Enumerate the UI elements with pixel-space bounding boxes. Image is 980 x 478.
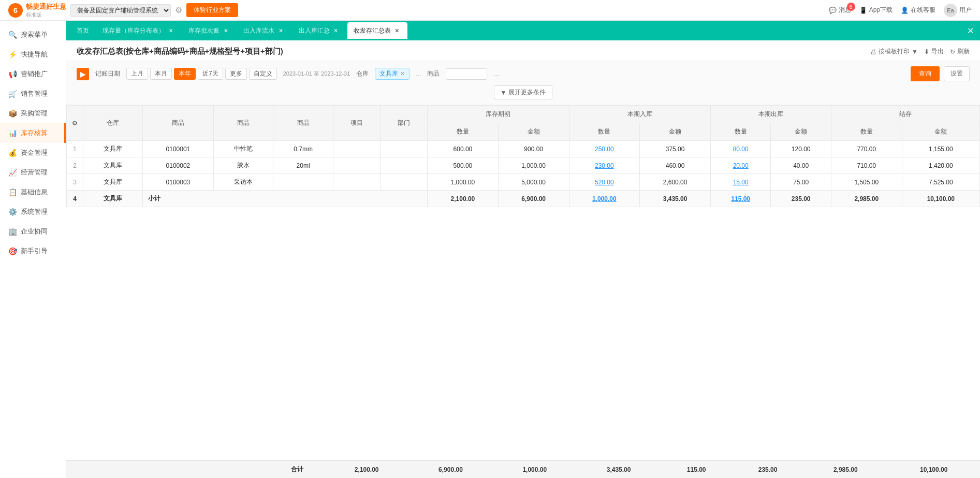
subtotal-out-qty[interactable]: 115.00 bbox=[710, 191, 771, 207]
tab-bar-close-all[interactable]: ✕ bbox=[965, 26, 976, 36]
sidebar-item-inventory[interactable]: 📊 库存核算 bbox=[0, 123, 66, 143]
row1-opening-qty: 600.00 bbox=[428, 141, 499, 157]
th-project: 项目 bbox=[333, 106, 381, 141]
page-actions: 🖨 按模板打印 ▼ ⬇ 导出 ↻ 刷新 bbox=[870, 47, 970, 56]
subtotal-in-qty[interactable]: 1,000.00 bbox=[569, 191, 640, 207]
row2-out-qty[interactable]: 20.00 bbox=[710, 157, 771, 174]
settings-icon[interactable]: ⚙ bbox=[175, 5, 182, 15]
row2-balance-qty: 710.00 bbox=[831, 157, 902, 174]
settings-button[interactable]: 设置 bbox=[944, 66, 970, 81]
tab-inout-flow-label: 出入库流水 bbox=[243, 26, 274, 35]
sidebar-item-finance[interactable]: 💰 资金管理 bbox=[0, 143, 66, 163]
row3-product-spec bbox=[273, 174, 333, 191]
online-service-item[interactable]: 👤 在线客服 bbox=[901, 6, 935, 15]
system-selector[interactable]: 装备及固定资产辅助管理系统 bbox=[70, 4, 171, 17]
print-button[interactable]: 🖨 按模板打印 ▼ bbox=[870, 47, 918, 56]
tab-inout-flow-close[interactable]: × bbox=[276, 26, 285, 35]
sidebar-item-marketing[interactable]: 📢 营销推广 bbox=[0, 64, 66, 84]
search-icon: 🔍 bbox=[8, 31, 17, 39]
tab-inout-summary-close[interactable]: × bbox=[332, 26, 340, 35]
tab-home-label: 首页 bbox=[77, 26, 89, 35]
row3-product-code: 0100003 bbox=[143, 174, 214, 191]
tab-stock-dist-label: 现存量（库存分布表） bbox=[103, 26, 165, 35]
date-buttons: 上月 本月 本年 近7天 更多 自定义 bbox=[126, 68, 277, 80]
sidebar-item-operations[interactable]: 📈 经营管理 bbox=[0, 163, 66, 182]
date-btn-custom[interactable]: 自定义 bbox=[249, 68, 277, 80]
content-area: 首页 现存量（库存分布表） × 库存批次账 × 出入库流水 × 出入库汇总 × … bbox=[66, 21, 980, 478]
table-container: ⚙ 仓库 商品 商品 商品 项目 部门 库存期初 本期入库 本期出库 结存 bbox=[66, 105, 980, 207]
row2-in-qty[interactable]: 230.00 bbox=[569, 157, 640, 174]
sidebar-label-quick-nav: 快捷导航 bbox=[21, 50, 48, 59]
row3-out-qty[interactable]: 15.00 bbox=[710, 174, 771, 191]
tab-batch-ledger[interactable]: 库存批次账 × bbox=[182, 22, 236, 39]
tab-inout-flow[interactable]: 出入库流水 × bbox=[237, 22, 291, 39]
date-btn-7days[interactable]: 近7天 bbox=[198, 68, 223, 80]
tab-home[interactable]: 首页 bbox=[70, 22, 95, 39]
sidebar-item-basic-info[interactable]: 📋 基础信息 bbox=[0, 182, 66, 202]
total-table: 合计 2,100.00 6,900.00 1,000.00 3,435.00 1… bbox=[66, 461, 980, 478]
sidebar-item-sales[interactable]: 🛒 销售管理 bbox=[0, 84, 66, 104]
row3-num: 3 bbox=[67, 174, 83, 191]
sidebar-item-quick-nav[interactable]: ⚡ 快捷导航 bbox=[0, 45, 66, 64]
total-out-amt: 235.00 bbox=[732, 461, 803, 478]
date-label: 记账日期 bbox=[95, 69, 120, 78]
row3-balance-amt: 7,525.00 bbox=[902, 174, 979, 191]
product-more[interactable]: ... bbox=[493, 70, 499, 78]
tab-inout-summary[interactable]: 出入库汇总 × bbox=[292, 22, 346, 39]
sidebar-item-enterprise[interactable]: 🏢 企业协同 bbox=[0, 222, 66, 241]
sidebar-label-sales: 销售管理 bbox=[21, 89, 48, 98]
row3-in-qty[interactable]: 520.00 bbox=[569, 174, 640, 191]
row1-out-qty[interactable]: 80.00 bbox=[710, 141, 771, 157]
user-item[interactable]: Ea 用户 bbox=[944, 4, 972, 17]
subtotal-out-amt: 235.00 bbox=[771, 191, 831, 207]
marketing-icon: 📢 bbox=[8, 70, 17, 78]
query-button[interactable]: 查询 bbox=[911, 66, 940, 81]
th-balance-qty: 数量 bbox=[831, 123, 902, 141]
row1-in-qty[interactable]: 250.00 bbox=[569, 141, 640, 157]
date-btn-this-month[interactable]: 本月 bbox=[150, 68, 172, 80]
expand-icon: ▼ bbox=[501, 89, 507, 96]
sidebar-label-finance: 资金管理 bbox=[21, 148, 48, 157]
page-title: 收发存汇总表(按仓库+商品编码+商品+规格型号+项目+部门) bbox=[77, 47, 283, 56]
product-input[interactable] bbox=[446, 68, 487, 80]
tab-stock-dist[interactable]: 现存量（库存分布表） × bbox=[96, 22, 181, 39]
warehouse-tag-remove[interactable]: ✕ bbox=[400, 70, 405, 77]
refresh-button[interactable]: ↻ 刷新 bbox=[950, 47, 970, 56]
total-in-amt: 3,435.00 bbox=[577, 461, 661, 478]
expand-filter-button[interactable]: ▼ 展开更多条件 bbox=[494, 85, 553, 99]
row1-product-code: 0100001 bbox=[143, 141, 214, 157]
sidebar-item-search[interactable]: 🔍 搜索菜单 bbox=[0, 25, 66, 45]
th-out-amt: 金额 bbox=[771, 123, 831, 141]
sidebar-label-basic-info: 基础信息 bbox=[21, 187, 48, 197]
tab-batch-ledger-close[interactable]: × bbox=[222, 26, 230, 35]
guide-icon: 🎯 bbox=[8, 247, 17, 255]
tab-stock-dist-close[interactable]: × bbox=[167, 26, 175, 35]
warehouse-more[interactable]: ... bbox=[416, 70, 421, 78]
sidebar-item-guide[interactable]: 🎯 新手引导 bbox=[0, 241, 66, 261]
sidebar-label-search: 搜索菜单 bbox=[21, 30, 48, 39]
page-content: 收发存汇总表(按仓库+商品编码+商品+规格型号+项目+部门) 🖨 按模板打印 ▼… bbox=[66, 40, 980, 460]
tab-recv-send-close[interactable]: × bbox=[393, 26, 401, 35]
message-item[interactable]: 💬 消息 6 bbox=[829, 6, 851, 15]
sidebar-item-system[interactable]: ⚙️ 系统管理 bbox=[0, 202, 66, 222]
table-header-group: ⚙ 仓库 商品 商品 商品 项目 部门 库存期初 本期入库 本期出库 结存 bbox=[67, 106, 980, 123]
row1-dept bbox=[381, 141, 428, 157]
date-btn-prev-month[interactable]: 上月 bbox=[126, 68, 148, 80]
tab-recv-send-summary[interactable]: 收发存汇总表 × bbox=[347, 22, 407, 39]
app-download-item[interactable]: 📱 App下载 bbox=[859, 6, 893, 15]
refresh-label: 刷新 bbox=[957, 47, 970, 56]
th-settings[interactable]: ⚙ bbox=[67, 106, 83, 141]
trial-button[interactable]: 体验行业方案 bbox=[186, 3, 238, 17]
th-balance: 结存 bbox=[831, 106, 979, 123]
tab-bar: 首页 现存量（库存分布表） × 库存批次账 × 出入库流水 × 出入库汇总 × … bbox=[66, 21, 980, 40]
tab-batch-ledger-label: 库存批次账 bbox=[188, 26, 220, 35]
th-out-qty: 数量 bbox=[710, 123, 771, 141]
export-button[interactable]: ⬇ 导出 bbox=[924, 47, 944, 56]
message-icon: 💬 bbox=[829, 7, 837, 14]
date-btn-more[interactable]: 更多 bbox=[225, 68, 247, 80]
date-btn-this-year[interactable]: 本年 bbox=[174, 68, 196, 80]
filter-action-area: 查询 设置 bbox=[911, 66, 970, 81]
sidebar-item-purchase[interactable]: 📦 采购管理 bbox=[0, 104, 66, 123]
filter-toggle[interactable]: ▶ bbox=[77, 68, 89, 80]
row3-warehouse: 文具库 bbox=[83, 174, 143, 191]
